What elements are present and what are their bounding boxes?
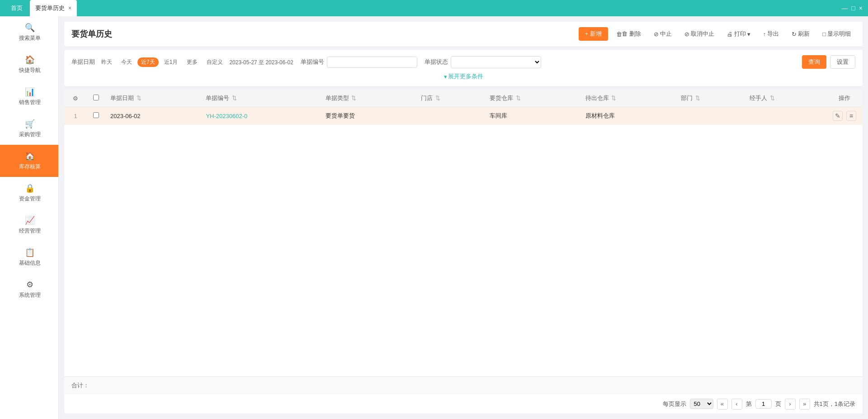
tab-requisition-history[interactable]: 要货单历史 ×	[30, 0, 77, 16]
cancel-stop-icon: ⊘	[684, 31, 689, 38]
filter-tab-custom[interactable]: 自定义	[203, 57, 226, 67]
sort-handler-icon[interactable]: ⇅	[770, 95, 775, 101]
filter-tab-7days[interactable]: 近7天	[137, 57, 159, 67]
row-num-value: 1	[74, 113, 77, 119]
sales-icon: 📊	[25, 87, 35, 97]
next-page-button[interactable]: ›	[785, 399, 796, 409]
sidebar-item-search-label: 搜索菜单	[19, 34, 41, 42]
system-icon: ⚙	[26, 280, 33, 290]
row-docno: YH-20230602-0	[200, 107, 320, 125]
sidebar-item-system-label: 系统管理	[19, 291, 41, 299]
sidebar-item-basic[interactable]: 📋 基础信息	[0, 241, 58, 273]
export-icon: ↑	[763, 31, 766, 38]
th-dept: 部门 ⇅	[675, 90, 744, 107]
export-label: 导出	[767, 30, 779, 38]
filter-tab-1month[interactable]: 近1月	[160, 57, 182, 67]
sort-docno-icon[interactable]: ⇅	[232, 95, 237, 101]
sort-store-icon[interactable]: ⇅	[435, 95, 440, 101]
cancel-stop-button[interactable]: ⊘ 取消中止	[680, 28, 719, 40]
row-checkbox[interactable]	[93, 112, 99, 118]
sidebar-item-inventory[interactable]: 🏠 库存核算	[0, 145, 58, 177]
filter-docno-item: 单据编号	[301, 57, 417, 68]
filter-date-range: 2023-05-27 至 2023-06-02	[229, 59, 293, 67]
display-detail-button[interactable]: □ 显示明细	[818, 28, 855, 40]
sort-date-icon[interactable]: ⇅	[137, 95, 142, 101]
query-button[interactable]: 查询	[802, 55, 826, 69]
th-req-warehouse-label: 要货仓库	[490, 95, 513, 101]
expand-filter-button[interactable]: ▾ 展开更多条件	[444, 72, 483, 81]
sidebar-item-finance[interactable]: 🔒 资金管理	[0, 177, 58, 209]
minimize-icon[interactable]: —	[841, 5, 848, 12]
tab-home[interactable]: 首页	[5, 0, 28, 16]
th-doctype: 单据类型 ⇅	[320, 90, 415, 107]
filter-row-1: 单据日期 昨天 今天 近7天 近1月 更多 自定义 2023-05-27 至 2…	[71, 55, 855, 69]
print-button[interactable]: 🖨 打印 ▾	[722, 28, 755, 40]
delete-button[interactable]: 🗑 🗑 删除	[612, 28, 646, 40]
maximize-icon[interactable]: □	[851, 5, 855, 12]
refresh-button[interactable]: ↻ 刷新	[787, 28, 814, 40]
stop-icon: ⊘	[654, 31, 659, 38]
row-handler	[744, 107, 826, 125]
close-window-icon[interactable]: ×	[859, 5, 863, 12]
new-button[interactable]: + 新增	[579, 27, 608, 41]
sidebar-item-search[interactable]: 🔍 搜索菜单	[0, 16, 58, 48]
total-info: 共1页，1条记录	[814, 400, 855, 408]
page-header: 要货单历史 + 新增 🗑 🗑 删除 ⊘ 中止 ⊘ 取消中止	[64, 22, 863, 46]
prev-page-button[interactable]: ‹	[731, 399, 742, 409]
filter-tab-today[interactable]: 今天	[118, 57, 136, 67]
sidebar-item-purchase[interactable]: 🛒 采购管理	[0, 113, 58, 145]
window-actions: — □ ×	[841, 5, 863, 12]
last-page-button[interactable]: »	[799, 399, 810, 409]
inventory-icon: 🏠	[25, 151, 35, 161]
filter-docno-label: 单据编号	[301, 58, 324, 66]
close-tab-icon[interactable]: ×	[68, 5, 71, 11]
print-label: 打印	[734, 30, 746, 38]
first-page-button[interactable]: «	[717, 399, 728, 409]
sidebar-item-shortcut-label: 快捷导航	[19, 67, 41, 74]
finance-icon: 🔒	[25, 183, 35, 193]
sidebar-item-operation[interactable]: 📈 经营管理	[0, 209, 58, 241]
filter-status-select[interactable]	[451, 56, 541, 68]
row-store	[415, 107, 484, 125]
filter-date-label: 单据日期	[71, 58, 95, 66]
page-input[interactable]	[755, 399, 772, 409]
row-pending-warehouse: 原材料仓库	[580, 107, 675, 125]
per-page-label: 每页显示	[663, 400, 686, 408]
row-docno-link[interactable]: YH-20230602-0	[206, 113, 247, 119]
select-all-checkbox[interactable]	[93, 95, 99, 100]
row-req-warehouse-value: 车间库	[490, 112, 507, 119]
filter-tab-yesterday[interactable]: 昨天	[98, 57, 116, 67]
th-action: 操作	[826, 90, 863, 107]
th-handler-label: 经手人	[750, 95, 767, 101]
sort-dept-icon[interactable]: ⇅	[695, 95, 700, 101]
filter-status-item: 单据状态	[425, 56, 541, 68]
filter-date-item: 单据日期 昨天 今天 近7天 近1月 更多 自定义 2023-05-27 至 2…	[71, 57, 293, 67]
export-button[interactable]: ↑ 导出	[759, 28, 784, 40]
sort-pending-warehouse-icon[interactable]: ⇅	[611, 95, 616, 101]
expand-filter-label: 展开更多条件	[448, 72, 483, 81]
row-date: 2023-06-02	[105, 107, 200, 125]
filter-tab-more[interactable]: 更多	[183, 57, 201, 67]
sidebar-item-shortcut[interactable]: 🏠 快捷导航	[0, 48, 58, 81]
row-dept	[675, 107, 744, 125]
settings-icon[interactable]: ⚙	[73, 95, 78, 102]
tab-requisition-label: 要货单历史	[35, 4, 65, 12]
row-edit-icon[interactable]: ✎	[833, 111, 843, 121]
th-store: 门店 ⇅	[415, 90, 484, 107]
sidebar-item-sales[interactable]: 📊 销售管理	[0, 81, 58, 113]
row-date-value: 2023-06-02	[110, 113, 141, 119]
sort-doctype-icon[interactable]: ⇅	[351, 95, 356, 101]
stop-button[interactable]: ⊘ 中止	[649, 28, 676, 40]
sidebar-item-system[interactable]: ⚙ 系统管理	[0, 273, 58, 305]
row-req-warehouse: 车间库	[484, 107, 580, 125]
sidebar-item-operation-label: 经营管理	[19, 227, 41, 235]
table-footer: 合计：	[64, 376, 863, 394]
per-page-select[interactable]: 50 10 20 100	[690, 399, 713, 409]
sort-req-warehouse-icon[interactable]: ⇅	[516, 95, 521, 101]
settings-button[interactable]: 设置	[830, 55, 855, 69]
sidebar-item-basic-label: 基础信息	[19, 259, 41, 267]
table-row: 1 2023-06-02 YH-20230602-0	[64, 107, 863, 125]
filter-docno-input[interactable]	[327, 57, 417, 68]
stop-label: 中止	[660, 30, 672, 38]
row-detail-icon[interactable]: ≡	[846, 111, 856, 121]
